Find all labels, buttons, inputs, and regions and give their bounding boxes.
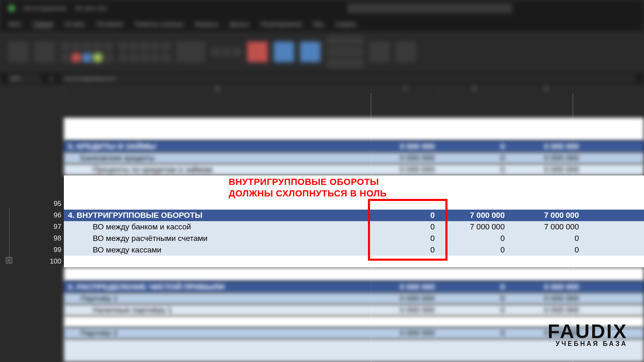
- autosave-label: Автосохранение: [23, 5, 67, 12]
- cell-b96[interactable]: 4. ВНУТРИГРУППОВЫЕ ОБОРОТЫ: [64, 210, 371, 221]
- cell-c98[interactable]: 0: [371, 233, 439, 244]
- watermark-main: FAUDIX: [548, 322, 628, 340]
- cell-e97[interactable]: 7 000 000: [509, 221, 583, 233]
- menu-review[interactable]: Рецензирование: [261, 21, 302, 27]
- rownum-95[interactable]: 95: [45, 198, 64, 210]
- titlebar: Автосохранение MLoans.xlsx: [0, 0, 644, 16]
- formula-bar: B96 fx консолидированный: [0, 72, 644, 84]
- row-97[interactable]: ВО между банком и кассой 0 7 000 000 7 0…: [64, 221, 644, 233]
- clipboard-button[interactable]: [35, 42, 55, 62]
- blurred-blank-row: [64, 267, 644, 281]
- blurred-header-row: 5. КРЕДИТЫ И ЗАЙМЫ 0 000 000 0 0 000 000: [64, 141, 644, 152]
- cell-c99[interactable]: 0: [371, 244, 439, 256]
- cell-b97[interactable]: ВО между банком и кассой: [64, 221, 371, 233]
- rownum-100[interactable]: 100: [45, 256, 64, 267]
- blurred-sub-row: Банковские кредиты 0 000 000 0 0 000 000: [64, 152, 644, 164]
- menu-formulas[interactable]: Формулы: [195, 21, 218, 27]
- annotation-line1: ВНУТРИГРУППОВЫЕ ОБОРОТЫ: [229, 176, 386, 188]
- blurred-sub-row: Партнёр 1 0 000 000 0 0 000 000: [64, 293, 644, 304]
- rownum-98[interactable]: 98: [45, 233, 64, 244]
- menu-insert[interactable]: Вставка: [65, 21, 84, 27]
- cell-d97[interactable]: 7 000 000: [439, 221, 509, 233]
- sort-filter-button[interactable]: [369, 42, 390, 62]
- ribbon: [0, 31, 644, 72]
- blurred-sub-row: Наличные партнёру 1 0 000 000 0 0 000 00…: [64, 304, 644, 316]
- rownum-99[interactable]: 99: [45, 244, 64, 256]
- menu-help[interactable]: Справка: [335, 21, 356, 27]
- cell-d98[interactable]: 0: [439, 233, 509, 244]
- menu-home[interactable]: Главная: [33, 21, 53, 28]
- watermark: FAUDIX УЧЕБНАЯ БАЗА: [548, 322, 628, 348]
- cell-c97[interactable]: 0: [371, 221, 439, 233]
- rownum-strip: 95 96 97 98 99 100: [45, 93, 64, 362]
- blurred-header-row: 5. РАСПРЕДЕЛЕНИЕ ЧИСТОЙ ПРИБЫЛИ 0 000 00…: [64, 281, 644, 293]
- cell-b98[interactable]: ВО между расчётными счетами: [64, 233, 371, 244]
- row-99[interactable]: ВО между кассами 0 0 0: [64, 244, 644, 256]
- cell-d96[interactable]: 7 000 000: [439, 210, 509, 221]
- annotation-line2: ДОЛЖНЫ СХЛОПНУТЬСЯ В НОЛЬ: [229, 188, 386, 199]
- row-100[interactable]: [64, 256, 644, 267]
- cell-e99[interactable]: 0: [509, 244, 583, 256]
- annotation-text: ВНУТРИГРУППОВЫЕ ОБОРОТЫ ДОЛЖНЫ СХЛОПНУТЬ…: [229, 176, 386, 199]
- format-table-button[interactable]: [274, 42, 294, 62]
- cell-d99[interactable]: 0: [439, 244, 509, 256]
- menu-view[interactable]: Вид: [314, 21, 323, 27]
- name-box[interactable]: B96: [8, 75, 41, 82]
- watermark-sub: УЧЕБНАЯ БАЗА: [548, 340, 628, 348]
- row-98[interactable]: ВО между расчётными счетами 0 0 0: [64, 233, 644, 244]
- cell-c96[interactable]: 0: [371, 210, 439, 221]
- cond-format-button[interactable]: [247, 42, 268, 62]
- menubar: Файл Главная Вставка Рисование Разметка …: [0, 16, 644, 31]
- rownum-96[interactable]: 96: [45, 210, 64, 221]
- find-button[interactable]: [396, 42, 416, 62]
- blurred-blank-row: [64, 118, 644, 141]
- cell-b99[interactable]: ВО между кассами: [64, 244, 371, 256]
- blurred-sub-row: Проценты по кредитам и займам 0 000 000 …: [64, 164, 644, 175]
- outline-collapse[interactable]: -: [6, 257, 12, 264]
- search-box[interactable]: [347, 3, 512, 13]
- menu-draw[interactable]: Рисование: [96, 21, 123, 27]
- column-headers: B C D E: [0, 84, 644, 93]
- row-96[interactable]: 4. ВНУТРИГРУППОВЫЕ ОБОРОТЫ 0 7 000 000 7…: [64, 210, 644, 221]
- cell-e98[interactable]: 0: [509, 233, 583, 244]
- menu-layout[interactable]: Разметка страницы: [135, 21, 183, 27]
- paste-button[interactable]: [8, 42, 29, 62]
- rownum-97[interactable]: 97: [45, 221, 64, 233]
- outline-strip: -: [0, 93, 45, 362]
- number-format[interactable]: [176, 42, 205, 62]
- cell-styles-button[interactable]: [300, 42, 321, 62]
- formula-input[interactable]: консолидированный: [62, 75, 636, 82]
- filename-label: MLoans.xlsx: [75, 5, 108, 12]
- cell-e96[interactable]: 7 000 000: [509, 210, 583, 221]
- menu-data[interactable]: Данные: [230, 21, 249, 27]
- menu-file[interactable]: Файл: [8, 21, 21, 27]
